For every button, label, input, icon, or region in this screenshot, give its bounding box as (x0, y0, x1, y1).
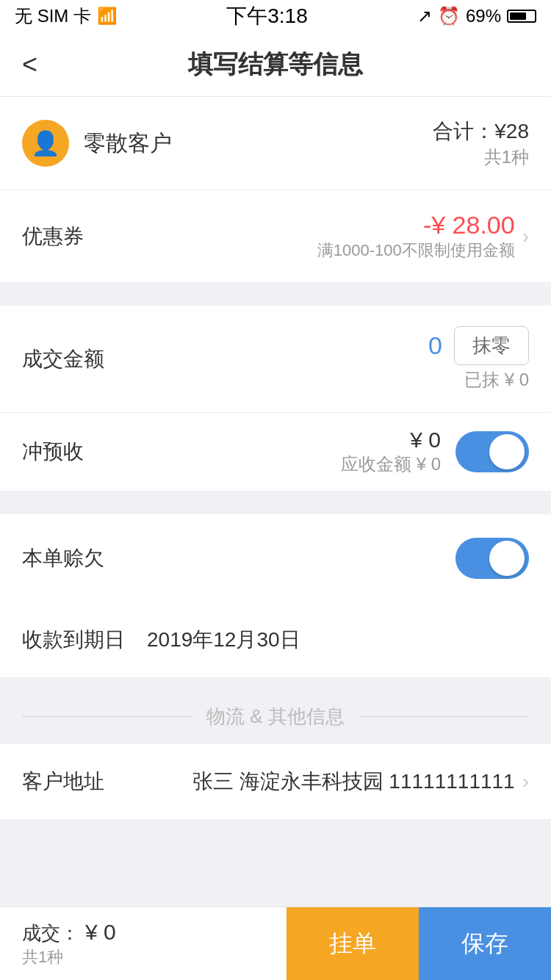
debt-section: 本单赊欠 收款到期日 2019年12月30日 (0, 514, 551, 677)
status-bar: 无 SIM 卡 📶 下午3:18 ↗ ⏰ 69% (0, 0, 551, 32)
transaction-section: 成交金额 0 抹零 已抹 ¥ 0 冲预收 ¥ 0 应收金额 ¥ 0 (0, 306, 551, 491)
already-zero-text: 已抹 ¥ 0 (383, 368, 529, 392)
carrier-text: 无 SIM 卡 (15, 4, 91, 28)
location-icon: ↗ (417, 6, 432, 26)
status-left: 无 SIM 卡 📶 (15, 4, 117, 28)
address-chevron-icon: › (522, 770, 529, 793)
page-title: 填写结算等信息 (188, 48, 363, 82)
debt-toggle[interactable] (455, 538, 529, 579)
coupon-desc: 满1000-100不限制使用金额 (317, 239, 515, 262)
status-time: 下午3:18 (226, 2, 308, 30)
debt-toggle-knob (489, 541, 525, 576)
address-label: 客户地址 (22, 768, 104, 796)
address-row[interactable]: 客户地址 张三 海淀永丰科技园 11111111111 › (0, 744, 551, 819)
bottom-summary: 成交： ¥ 0 共1种 (0, 907, 287, 980)
avatar: 👤 (22, 120, 69, 167)
logistics-line-right (359, 716, 529, 717)
nav-bar: < 填写结算等信息 (0, 32, 551, 97)
address-right: 张三 海淀永丰科技园 11111111111 › (192, 768, 529, 796)
bottom-count: 共1种 (22, 946, 264, 968)
precollect-toggle[interactable] (455, 431, 529, 472)
bottom-deal-line: 成交： ¥ 0 (22, 920, 264, 946)
transaction-amount-row: 成交金额 0 抹零 已抹 ¥ 0 (0, 306, 551, 413)
logistics-label: 物流 & 其他信息 (206, 704, 345, 729)
pending-button[interactable]: 挂单 (287, 907, 419, 980)
section-divider-2 (0, 502, 551, 514)
logistics-divider: 物流 & 其他信息 (0, 689, 551, 744)
coupon-label: 优惠券 (22, 223, 84, 251)
total-count: 共1种 (433, 145, 529, 169)
total-amount: 合计：¥28 (433, 118, 529, 145)
customer-left: 👤 零散客户 (22, 120, 172, 167)
battery-icon (507, 10, 536, 23)
debt-row: 本单赊欠 (0, 514, 551, 602)
customer-name: 零散客户 (84, 129, 172, 159)
coupon-row[interactable]: 优惠券 -¥ 28.00 满1000-100不限制使用金额 › (0, 190, 551, 282)
alarm-icon: ⏰ (438, 6, 460, 26)
back-button[interactable]: < (22, 49, 37, 80)
precollect-row: 冲预收 ¥ 0 应收金额 ¥ 0 (0, 413, 551, 491)
bottom-bar: 成交： ¥ 0 共1种 挂单 保存 (0, 907, 551, 980)
duedate-value[interactable]: 2019年12月30日 (147, 626, 300, 654)
toggle-knob (489, 434, 525, 469)
wifi-icon: 📶 (97, 7, 117, 26)
precollect-label: 冲预收 (22, 438, 84, 466)
precollect-right: ¥ 0 应收金额 ¥ 0 (341, 428, 529, 476)
coupon-right: -¥ 28.00 满1000-100不限制使用金额 › (317, 211, 529, 262)
chevron-right-icon: › (522, 225, 529, 248)
coupon-right-col: -¥ 28.00 满1000-100不限制使用金额 (317, 211, 515, 262)
customer-right: 合计：¥28 共1种 (433, 118, 529, 169)
precollect-amount: ¥ 0 (341, 428, 441, 453)
battery-percent: 69% (466, 6, 501, 26)
transaction-label: 成交金额 (22, 345, 104, 373)
bottom-deal-amount: ¥ 0 (85, 920, 116, 945)
duedate-row: 收款到期日 2019年12月30日 (0, 602, 551, 677)
coupon-discount: -¥ 28.00 (317, 211, 515, 239)
status-right: ↗ ⏰ 69% (417, 6, 536, 26)
precollect-receivable: 应收金额 ¥ 0 (341, 453, 441, 476)
precollect-values: ¥ 0 应收金额 ¥ 0 (341, 428, 441, 476)
address-value: 张三 海淀永丰科技园 11111111111 (192, 768, 515, 796)
transaction-right: 0 抹零 已抹 ¥ 0 (383, 326, 529, 392)
bottom-deal-label: 成交： (22, 920, 79, 946)
amount-and-btn: 0 抹零 (383, 326, 529, 365)
save-button[interactable]: 保存 (419, 907, 551, 980)
section-divider-1 (0, 294, 551, 306)
customer-row: 👤 零散客户 合计：¥28 共1种 (0, 97, 551, 190)
transaction-amount-value[interactable]: 0 (383, 331, 442, 360)
logistics-line-left (22, 716, 192, 717)
duedate-label: 收款到期日 (22, 626, 125, 654)
debt-label: 本单赊欠 (22, 544, 104, 572)
address-section: 客户地址 张三 海淀永丰科技园 11111111111 › (0, 744, 551, 819)
round-zero-button[interactable]: 抹零 (454, 326, 529, 365)
customer-section: 👤 零散客户 合计：¥28 共1种 优惠券 -¥ 28.00 满1000-100… (0, 97, 551, 282)
